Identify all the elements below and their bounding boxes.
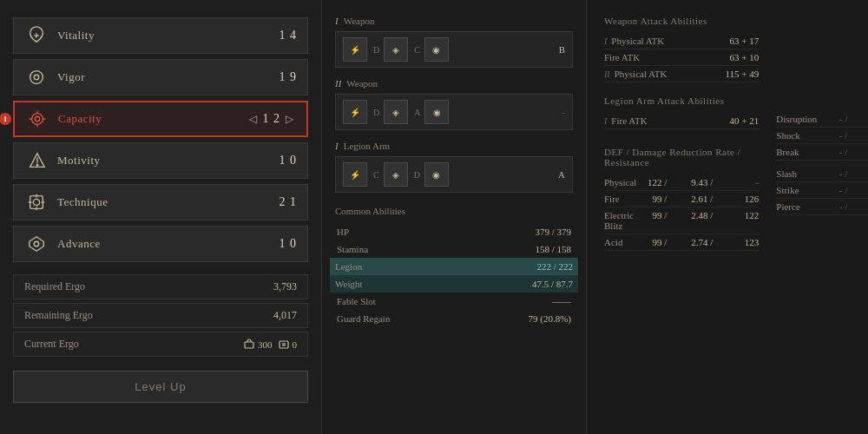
svg-point-2 <box>30 71 43 84</box>
vigor-label: Vigor <box>57 70 279 84</box>
def-title: DEF / Damage Reduction Rate / Resistance <box>604 147 759 168</box>
capacity-icon <box>25 107 49 131</box>
ergo-icon-box-1: 300 <box>243 339 273 351</box>
legion-attack-name-0: I Fire ATK <box>604 115 648 126</box>
stat-capacity[interactable]: 1 Capacity ◁ 1 2 ▷ <box>13 101 308 137</box>
capacity-value: ◁ 1 2 ▷ <box>247 111 297 128</box>
ability-hp: HP 379 / 379 <box>335 223 573 240</box>
level-up-button[interactable]: Level Up <box>13 371 308 403</box>
ergo-icons: 300 0 <box>243 339 297 351</box>
stat-motivity[interactable]: Motivity 1 0 <box>13 142 308 179</box>
def-v1-strike: - / <box>817 185 847 195</box>
stat-advance[interactable]: Advance 1 0 <box>13 226 308 262</box>
def-vals-break: - / - / 154 <box>817 147 868 157</box>
def-name-disruption: Disruption <box>776 114 817 124</box>
weapon-2-roman: II <box>335 78 341 89</box>
attack-roman-2: II <box>604 69 610 79</box>
technique-value: 2 1 <box>279 195 298 209</box>
legion-roman-0: I <box>604 116 607 126</box>
advance-label: Advance <box>57 237 279 251</box>
vigor-value: 1 9 <box>279 70 298 84</box>
attack-name-1: Fire ATK <box>604 52 640 62</box>
ergo-val2: 0 <box>293 339 298 350</box>
legion-attack-title: Legion Arm Attack Abilities <box>604 95 759 106</box>
vitality-icon <box>24 23 49 48</box>
weapon-1-grade-d: D <box>373 45 379 55</box>
stat-technique[interactable]: Technique 2 1 <box>13 184 308 220</box>
def-v2-fire: 2.61 / <box>682 194 713 204</box>
vitality-label: Vitality <box>57 29 279 43</box>
weapon-2-label: Weapon <box>346 78 378 89</box>
weapon-2-slot-2: ◈ <box>384 100 408 124</box>
weapon-1-slot-1: ⚡ <box>343 37 367 62</box>
def-name-fire: Fire <box>604 194 636 204</box>
attack-row-1: Fire ATK 63 + 10 <box>604 49 759 66</box>
def-v2-electric: 2.48 / <box>682 210 713 231</box>
current-ergo-row: Current Ergo 300 <box>13 332 308 357</box>
def-v1-physical: 122 / <box>636 177 667 187</box>
motivity-label: Motivity <box>57 154 279 168</box>
remaining-ergo-row: Remaining Ergo 4,017 <box>13 303 308 328</box>
stat-vigor[interactable]: Vigor 1 9 <box>13 59 308 95</box>
svg-point-16 <box>34 241 39 247</box>
weapon-1-roman: I <box>335 16 339 26</box>
weapon-1-grade-b: B <box>559 44 565 55</box>
ability-guard: Guard Regain 79 (20.8%) <box>335 310 573 327</box>
weapon-1-grade-c: C <box>414 45 420 55</box>
def-v2-acid: 2.74 / <box>682 237 713 247</box>
legion-label: Legion Arm <box>344 141 390 151</box>
def-v1-slash: - / <box>817 168 847 179</box>
ability-hp-label: HP <box>337 227 349 237</box>
legion-slot-2: ◈ <box>384 162 408 187</box>
def-row-break: Break - / - / 154 <box>776 144 868 161</box>
def-vals-slash: - / 3.96 / - <box>817 168 868 179</box>
def-name-electric: Electric Blitz <box>604 210 636 231</box>
attack-val-1: 63 + 10 <box>730 52 760 62</box>
technique-label: Technique <box>57 195 279 209</box>
legion-header: I Legion Arm <box>335 141 573 151</box>
ability-stamina-label: Stamina <box>337 244 368 254</box>
ergo-section: Required Ergo 3,793 Remaining Ergo 4,017… <box>13 274 308 357</box>
def-vals-disruption: - / - / 286 <box>817 114 868 124</box>
svg-point-5 <box>35 116 40 122</box>
def-vals-shock: - / - / 194 <box>817 130 868 141</box>
motivity-value: 1 0 <box>279 154 298 168</box>
common-abilities-title: Common Abilities <box>335 206 573 216</box>
weapon-1-slots: ⚡ D ◈ C ◉ B <box>335 31 573 68</box>
capacity-indicator: 1 <box>0 113 11 125</box>
attack-label-2: Physical ATK <box>615 69 667 79</box>
disruption-section: Disruption - / - / 286 Shock - / - <box>776 111 868 215</box>
def-v1-fire: 99 / <box>636 194 667 204</box>
svg-point-4 <box>32 114 43 125</box>
ergo-icon-box-2: 0 <box>278 339 298 351</box>
ability-legion-val: 222 / 222 <box>536 261 573 272</box>
legion-grade-a: A <box>558 169 565 180</box>
ability-weight: Weight 47.5 / 87.7 <box>330 275 578 293</box>
def-row-acid: Acid 99 / 2.74 / 123 <box>604 234 759 251</box>
stat-vitality[interactable]: Vitality 1 4 <box>13 17 308 54</box>
capacity-left-arrow[interactable]: ◁ <box>247 111 260 128</box>
required-ergo-label: Required Ergo <box>24 280 85 293</box>
middle-panel: I Weapon ⚡ D ◈ C ◉ B II Weapon ⚡ D ◈ A <box>321 0 586 434</box>
def-vals-fire: 99 / 2.61 / 126 <box>636 194 759 204</box>
svg-marker-15 <box>30 237 44 252</box>
required-ergo-row: Required Ergo 3,793 <box>13 274 308 299</box>
required-ergo-value: 3,793 <box>273 280 297 293</box>
def-row-disruption: Disruption - / - / 286 <box>776 111 868 128</box>
right-col-right: Disruption - / - / 286 Shock - / - <box>776 16 868 251</box>
ability-stamina: Stamina 158 / 158 <box>335 240 573 258</box>
def-row-physical: Physical 122 / 9.43 / - <box>604 174 759 191</box>
def-v2-break: - / <box>863 147 868 157</box>
def-v2-slash: 3.96 / <box>863 168 868 179</box>
ability-legion: Legion 222 / 222 <box>330 258 578 275</box>
ability-fable-val: —— <box>552 296 571 306</box>
legion-slot-3: ◉ <box>424 162 449 187</box>
def-v1-disruption: - / <box>817 114 847 124</box>
def-row-slash: Slash - / 3.96 / - <box>776 166 868 182</box>
capacity-right-arrow[interactable]: ▷ <box>284 111 296 128</box>
common-abilities: Common Abilities HP 379 / 379 Stamina 15… <box>335 206 573 327</box>
weapon-2-header: II Weapon <box>335 78 573 89</box>
ability-guard-label: Guard Regain <box>337 313 390 324</box>
def-v1-break: - / <box>817 147 847 157</box>
def-v3-physical: - <box>728 177 759 187</box>
